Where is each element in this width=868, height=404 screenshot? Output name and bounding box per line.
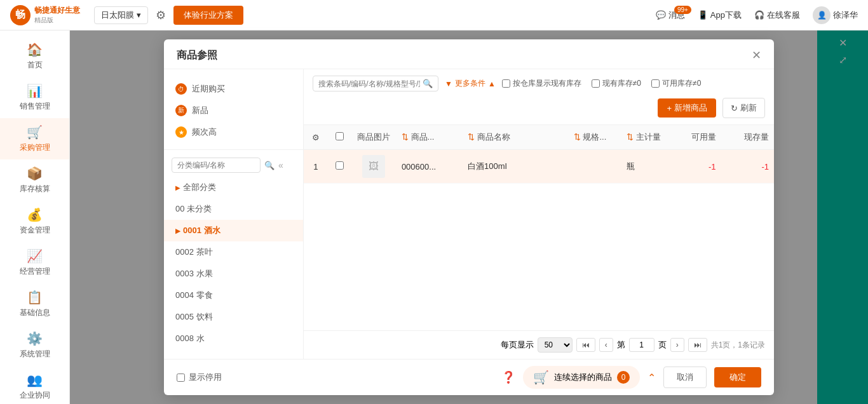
- checkbox-available-stock-input[interactable]: [651, 79, 660, 88]
- phone-icon: 📱: [698, 10, 708, 20]
- sidebar-item-corp[interactable]: 👥 企业协同: [0, 366, 69, 404]
- plus-icon: +: [667, 104, 672, 113]
- sidebar-item-basic[interactable]: 📋 基础信息: [0, 283, 69, 325]
- select-all-checkbox[interactable]: [336, 132, 344, 140]
- sort-icon: ⇅: [402, 132, 409, 142]
- col-checkbox-all[interactable]: [328, 125, 352, 150]
- sales-icon: 📊: [27, 83, 43, 98]
- product-table: ⚙ 商品图片: [304, 125, 774, 184]
- toolbar: 🔍 ▼ 更多条件 ▲ 按仓库显示现有库存: [304, 69, 774, 125]
- page-input[interactable]: [629, 338, 654, 352]
- sidebar-item-purchase[interactable]: 🛒 采购管理: [0, 118, 69, 159]
- help-icon[interactable]: ❓: [501, 370, 515, 384]
- product-search-input[interactable]: [318, 79, 420, 88]
- app-download-nav[interactable]: 📱 App下载: [698, 10, 742, 21]
- refresh-btn[interactable]: ↻ 刷新: [722, 98, 765, 118]
- next-page-btn[interactable]: ›: [670, 338, 684, 352]
- checkbox-warehouse-input[interactable]: [502, 79, 510, 88]
- category-search-icon[interactable]: 🔍: [264, 161, 275, 170]
- cat-item-6[interactable]: 0008 水: [164, 328, 303, 349]
- sidebar-item-label: 基础信息: [20, 307, 50, 318]
- messages-nav[interactable]: 💬 消息 99+: [656, 10, 685, 21]
- search-icon[interactable]: 🔍: [423, 79, 433, 88]
- modal-close-btn[interactable]: ✕: [752, 48, 761, 62]
- product-search-box: 🔍: [313, 76, 438, 91]
- quick-item-new[interactable]: 新 新品: [164, 100, 303, 121]
- cart-area[interactable]: 🛒 连续选择的商品 0: [523, 366, 640, 389]
- cat-item-all[interactable]: ▶ 全部分类: [164, 177, 303, 198]
- show-disabled-input[interactable]: [177, 374, 185, 382]
- col-avail-header: 可用量: [668, 125, 721, 150]
- sidebar-item-inventory[interactable]: 📦 库存核算: [0, 159, 69, 201]
- business-icon: 📈: [27, 248, 43, 264]
- prev-page-btn[interactable]: ‹: [599, 338, 613, 352]
- cat-item-0[interactable]: 00 未分类: [164, 198, 303, 220]
- row-checkbox[interactable]: [328, 150, 352, 184]
- col-settings[interactable]: ⚙: [304, 125, 328, 150]
- clock-icon: ⏱: [175, 83, 187, 95]
- cat-item-4[interactable]: 0004 零食: [164, 285, 303, 306]
- col-unit-header[interactable]: ⇅ 主计量: [621, 125, 668, 150]
- modal-right-panel: 🔍 ▼ 更多条件 ▲ 按仓库显示现有库存: [304, 69, 774, 359]
- add-product-btn[interactable]: + 新增商品: [658, 98, 716, 118]
- sidebar-item-finance[interactable]: 💰 资金管理: [0, 201, 69, 242]
- quick-item-recent[interactable]: ⏱ 近期购买: [164, 78, 303, 100]
- cat-item-3[interactable]: 0003 水果: [164, 263, 303, 285]
- logo-area: 畅 畅捷通好生意 精品版: [10, 5, 86, 25]
- star-icon: ★: [175, 126, 187, 138]
- row-img: 🖼: [351, 150, 397, 184]
- col-spec-header[interactable]: ⇅ 规格...: [569, 125, 621, 150]
- cancel-btn[interactable]: 取消: [663, 367, 707, 388]
- confirm-btn[interactable]: 确定: [714, 367, 761, 387]
- row-code: 000600...: [397, 150, 463, 184]
- sidebar: 🏠 首页 📊 销售管理 🛒 采购管理 📦 库存核算 💰 资金管理 📈 经营管理 …: [0, 30, 70, 404]
- first-page-btn[interactable]: ⏮: [576, 338, 595, 352]
- cat-item-5[interactable]: 0005 饮料: [164, 306, 303, 328]
- cat-item-7[interactable]: 0010 家电: [164, 349, 303, 353]
- top-nav: 畅 畅捷通好生意 精品版 日太阳膜 ▾ ⚙ 体验行业方案 💬 消息 99+ 📱 …: [0, 0, 868, 30]
- col-code-header[interactable]: ⇅ 商品...: [397, 125, 463, 150]
- main-layout: 🏠 首页 📊 销售管理 🛒 采购管理 📦 库存核算 💰 资金管理 📈 经营管理 …: [0, 30, 868, 404]
- cat-item-2[interactable]: 0002 茶叶: [164, 241, 303, 263]
- row-checkbox-input[interactable]: [336, 161, 344, 170]
- sidebar-item-system[interactable]: ⚙️ 系统管理: [0, 325, 69, 366]
- checkbox-current-stock[interactable]: 现有库存≠0: [592, 78, 641, 89]
- sort-icon3: ⇅: [574, 132, 581, 142]
- page-unit: 页: [658, 339, 667, 351]
- sidebar-item-label: 资金管理: [20, 225, 50, 236]
- table-row[interactable]: 1 🖼 000600... 白酒100ml: [304, 150, 774, 184]
- checkbox-current-stock-input[interactable]: [592, 79, 600, 88]
- chevron-right-active-icon: ▶: [175, 227, 180, 234]
- col-name-header[interactable]: ⇅ 商品名称: [463, 125, 569, 150]
- page-label: 第: [617, 339, 625, 351]
- user-avatar[interactable]: 👤 徐泽华: [813, 6, 858, 24]
- company-selector[interactable]: 日太阳膜 ▾: [94, 6, 148, 24]
- online-service-nav[interactable]: 🎧 在线客服: [754, 10, 800, 21]
- sidebar-item-sales[interactable]: 📊 销售管理: [0, 77, 69, 118]
- sidebar-item-home[interactable]: 🏠 首页: [0, 36, 69, 77]
- quick-item-frequent[interactable]: ★ 频次高: [164, 121, 303, 143]
- show-disabled-checkbox[interactable]: 显示停用: [177, 372, 222, 383]
- page-size-select[interactable]: 50 100: [538, 337, 573, 353]
- cart-collapse-btn[interactable]: ⌃: [648, 372, 656, 384]
- checkbox-available-stock[interactable]: 可用库存≠0: [651, 78, 701, 89]
- cat-item-1[interactable]: ▶ 0001 酒水: [164, 220, 303, 241]
- sort-icon2: ⇅: [468, 132, 475, 142]
- settings-icon[interactable]: ⚙: [156, 8, 166, 22]
- checkbox-warehouse[interactable]: 按仓库显示现有库存: [502, 78, 581, 89]
- cart-icon: 🛒: [533, 370, 549, 385]
- category-search-input[interactable]: [172, 158, 261, 173]
- filter-checkboxes: 按仓库显示现有库存 现有库存≠0 可用库存≠0: [502, 78, 702, 89]
- product-image: 🖼: [362, 155, 385, 178]
- chevron-right-icon: ▶: [175, 184, 180, 191]
- cart-count: 0: [617, 371, 630, 384]
- sidebar-item-business[interactable]: 📈 经营管理: [0, 242, 69, 283]
- chevron-up-icon: ▲: [488, 79, 496, 88]
- last-page-btn[interactable]: ⏭: [688, 338, 707, 352]
- finance-icon: 💰: [27, 207, 43, 222]
- collapse-left-btn[interactable]: «: [278, 160, 283, 170]
- trial-btn[interactable]: 体验行业方案: [173, 6, 243, 25]
- total-info: 共1页，1条记录: [711, 340, 765, 351]
- message-icon: 💬: [656, 10, 666, 20]
- filter-btn[interactable]: ▼ 更多条件 ▲: [445, 78, 496, 89]
